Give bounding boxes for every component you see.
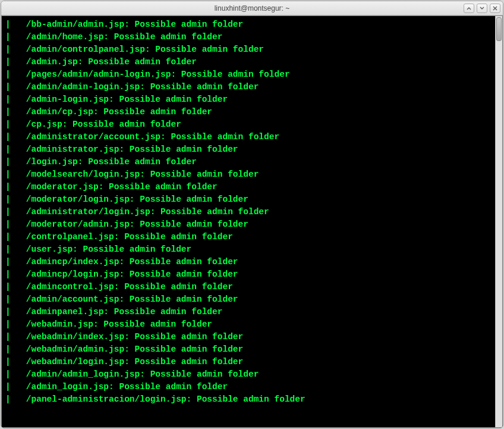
output-line: | /admin/controlpanel.jsp: Possible admi… — [5, 43, 492, 56]
output-line: | /adminpanel.jsp: Possible admin folder — [5, 306, 492, 318]
output-line: | /administrator/login.jsp: Possible adm… — [5, 206, 492, 218]
maximize-button[interactable] — [477, 4, 487, 13]
output-line: | /pages/admin/admin-login.jsp: Possible… — [5, 68, 492, 81]
output-line: | /moderator.jsp: Possible admin folder — [5, 181, 492, 193]
output-line: | /webadmin/login.jsp: Possible admin fo… — [5, 356, 492, 368]
output-line: | /admincp/index.jsp: Possible admin fol… — [5, 256, 492, 268]
output-line: | /admin/account.jsp: Possible admin fol… — [5, 293, 492, 306]
terminal-window: linuxhint@montsegur: ~ | /bb-admin/admin… — [1, 1, 503, 428]
output-line: | /controlpanel.jsp: Possible admin fold… — [5, 231, 492, 243]
output-line: | /login.jsp: Possible admin folder — [5, 156, 492, 168]
output-line: | /admincontrol.jsp: Possible admin fold… — [5, 281, 492, 293]
output-line: | /admin_login.jsp: Possible admin folde… — [5, 381, 492, 393]
output-line: | /webadmin/index.jsp: Possible admin fo… — [5, 331, 492, 343]
output-line: | /webadmin.jsp: Possible admin folder — [5, 318, 492, 331]
output-line: | /user.jsp: Possible admin folder — [5, 243, 492, 256]
terminal-output[interactable]: | /bb-admin/admin.jsp: Possible admin fo… — [2, 16, 495, 427]
output-line: | /admin.jsp: Possible admin folder — [5, 56, 492, 68]
output-line: | /bb-admin/admin.jsp: Possible admin fo… — [5, 18, 492, 31]
scrollbar[interactable] — [495, 16, 502, 427]
output-line: | /administrator.jsp: Possible admin fol… — [5, 143, 492, 156]
minimize-button[interactable] — [464, 4, 474, 13]
output-line: | /admin/home.jsp: Possible admin folder — [5, 31, 492, 43]
terminal-area: | /bb-admin/admin.jsp: Possible admin fo… — [1, 15, 503, 428]
output-line: | /admin-login.jsp: Possible admin folde… — [5, 93, 492, 106]
window-controls — [464, 4, 500, 13]
close-button[interactable] — [490, 4, 500, 13]
output-line: | /modelsearch/login.jsp: Possible admin… — [5, 168, 492, 181]
window-titlebar: linuxhint@montsegur: ~ — [1, 1, 503, 15]
output-line: | /admin/admin_login.jsp: Possible admin… — [5, 368, 492, 381]
output-line: | /admincp/login.jsp: Possible admin fol… — [5, 268, 492, 281]
output-line: | /moderator/admin.jsp: Possible admin f… — [5, 218, 492, 231]
output-line: | /admin/cp.jsp: Possible admin folder — [5, 106, 492, 118]
output-line: | /webadmin/admin.jsp: Possible admin fo… — [5, 343, 492, 356]
output-line: | /cp.jsp: Possible admin folder — [5, 118, 492, 131]
scrollbar-thumb[interactable] — [496, 17, 502, 41]
output-line: | /admin/admin-login.jsp: Possible admin… — [5, 81, 492, 93]
output-line: | /administrator/account.jsp: Possible a… — [5, 131, 492, 143]
output-line: | /panel-administracion/login.jsp: Possi… — [5, 393, 492, 406]
window-title: linuxhint@montsegur: ~ — [215, 4, 290, 12]
output-line: | /moderator/login.jsp: Possible admin f… — [5, 193, 492, 206]
